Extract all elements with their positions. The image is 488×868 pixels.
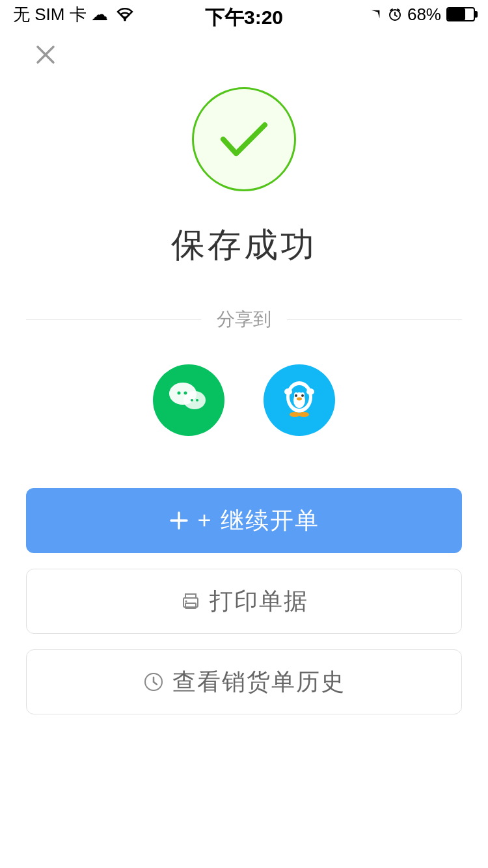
location-icon xyxy=(368,7,383,21)
status-right: 68% xyxy=(368,5,475,25)
status-time: 下午3:20 xyxy=(205,5,283,31)
battery-percent: 68% xyxy=(407,5,441,25)
share-icons xyxy=(26,364,462,436)
share-section: 分享到 xyxy=(0,307,488,436)
svg-point-21 xyxy=(284,388,292,395)
svg-line-32 xyxy=(154,682,157,685)
wifi-icon xyxy=(115,7,135,21)
check-icon xyxy=(218,120,270,159)
no-sim-text: 无 SIM 卡 ☁ xyxy=(13,3,108,26)
action-buttons: + 继续开单 打印单据 查看销货单历史 xyxy=(0,488,488,714)
qq-icon xyxy=(280,377,319,423)
svg-point-9 xyxy=(178,392,181,395)
qq-share-button[interactable] xyxy=(264,364,335,436)
svg-point-24 xyxy=(299,412,309,417)
svg-point-18 xyxy=(295,394,297,397)
plus-icon xyxy=(169,510,189,531)
history-label: 查看销货单历史 xyxy=(172,666,346,698)
svg-point-22 xyxy=(306,388,314,395)
alarm-icon xyxy=(388,7,402,21)
status-left: 无 SIM 卡 ☁ xyxy=(13,3,135,26)
svg-line-3 xyxy=(395,15,397,16)
share-divider: 分享到 xyxy=(26,307,462,332)
svg-point-23 xyxy=(290,412,300,417)
status-bar: 无 SIM 卡 ☁ 下午3:20 68% xyxy=(0,0,488,29)
close-button[interactable] xyxy=(26,35,65,74)
printer-icon xyxy=(180,590,202,612)
history-button[interactable]: 查看销货单历史 xyxy=(26,649,462,714)
svg-point-0 xyxy=(124,19,126,21)
success-icon-circle xyxy=(192,87,296,191)
main-content: 保存成功 分享到 xyxy=(0,29,488,714)
continue-label: + 继续开单 xyxy=(197,505,319,537)
continue-button[interactable]: + 继续开单 xyxy=(26,488,462,553)
svg-point-29 xyxy=(185,601,187,603)
svg-point-20 xyxy=(297,398,302,401)
svg-point-11 xyxy=(191,399,193,401)
print-label: 打印单据 xyxy=(210,586,308,617)
share-label: 分享到 xyxy=(201,307,287,332)
success-title: 保存成功 xyxy=(171,223,317,268)
clock-icon xyxy=(142,671,165,693)
battery-indicator xyxy=(446,7,475,21)
wechat-share-button[interactable] xyxy=(153,364,224,436)
svg-point-12 xyxy=(196,399,198,401)
svg-point-10 xyxy=(184,392,187,395)
svg-point-19 xyxy=(301,394,304,397)
wechat-icon xyxy=(167,381,210,420)
print-button[interactable]: 打印单据 xyxy=(26,569,462,634)
